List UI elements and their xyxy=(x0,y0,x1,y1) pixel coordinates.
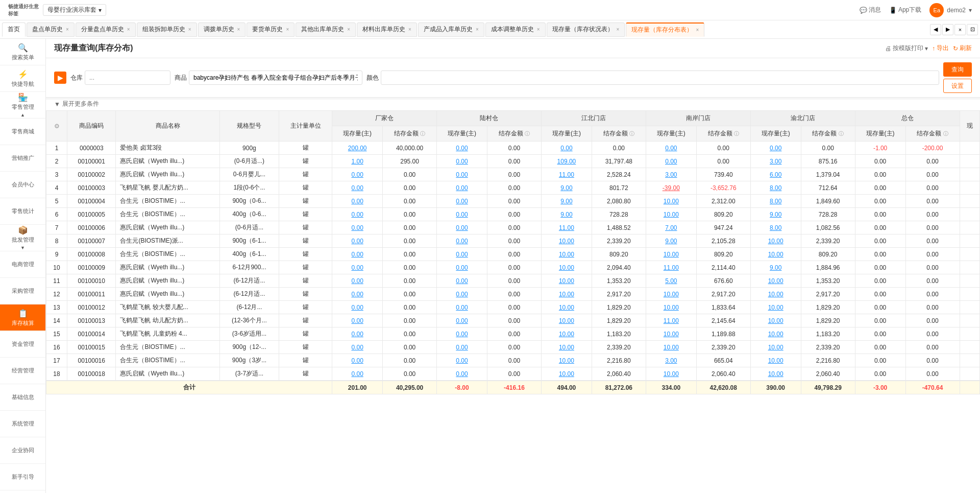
sidebar-item-retail[interactable]: 🏪 零售管理 ▲ xyxy=(0,92,45,119)
tab-home[interactable]: 首页 xyxy=(2,22,26,37)
warehouse-input[interactable] xyxy=(85,71,170,85)
th-spec: 规格型号 xyxy=(219,111,279,142)
th-yb-qty: 现存量(主) xyxy=(750,126,801,142)
sidebar-item-apps[interactable]: 应用中心 xyxy=(0,490,45,493)
sidebar-item-purchase[interactable]: 采购管理 xyxy=(0,278,45,304)
print-button[interactable]: 🖨 按模版打印 ▾ xyxy=(885,44,928,53)
tab-clck[interactable]: 材料出库单历史 × xyxy=(357,22,417,37)
close-icon[interactable]: × xyxy=(617,27,620,32)
tab-pddl[interactable]: 盘点单历史 × xyxy=(27,22,75,37)
table-row: 5 00100004 合生元（BIOSTIME）... 900g（0-6... … xyxy=(46,195,980,208)
info-icon: ⓘ xyxy=(734,131,739,136)
tab-qtck[interactable]: 其他出库单历史 × xyxy=(296,22,356,37)
summary-row: 合计 201.00 40,295.00 -8.00 -416.16 494.00… xyxy=(46,381,980,394)
table-row: 3 00100002 惠氏启赋（Wyeth illu...) 0-6月婴儿...… xyxy=(46,168,980,181)
close-icon[interactable]: × xyxy=(286,27,289,32)
sidebar-item-guide[interactable]: 新手引导 xyxy=(0,464,45,490)
th-gear[interactable]: ⚙ xyxy=(46,111,67,142)
color-input[interactable] xyxy=(381,71,939,85)
message-btn[interactable]: 💬 消息 xyxy=(860,6,881,14)
close-icon[interactable]: × xyxy=(237,27,240,32)
th-cj-amt: 结存金额 ⓘ xyxy=(383,126,437,142)
table-row: 2 00100001 惠氏启赋（Wyeth illu...) (0-6月适...… xyxy=(46,155,980,168)
chevron-down-icon: ▾ xyxy=(925,45,928,52)
tab-dbd[interactable]: 调拨单历史 × xyxy=(198,22,246,37)
close-icon[interactable]: × xyxy=(127,27,130,32)
retail-icon: 🏪 xyxy=(18,92,28,102)
top-bar-right: 💬 消息 📱 App下载 Ea demo2 ▾ xyxy=(860,3,972,17)
th-total-qty: 现存量(主) xyxy=(855,126,905,142)
sidebar-item-inventory[interactable]: 📋 库存核算 xyxy=(0,304,45,331)
company-selector[interactable]: 母婴行业演示库套 ▾ xyxy=(43,4,106,16)
sidebar-item-basic[interactable]: 基础信息 xyxy=(0,384,45,411)
tab-expand[interactable]: ⊡ xyxy=(967,24,978,35)
close-icon[interactable]: × xyxy=(476,27,479,32)
sidebar-item-member[interactable]: 会员中心 xyxy=(0,172,45,198)
tab-yhd[interactable]: 要货单历史 × xyxy=(247,22,295,37)
export-button[interactable]: ↑ 导出 xyxy=(932,44,949,53)
goods-input[interactable] xyxy=(189,71,362,85)
message-icon: 💬 xyxy=(860,7,867,14)
gear-icon[interactable]: ⚙ xyxy=(54,123,60,130)
tab-cbtz[interactable]: 成本调整单历史 × xyxy=(485,22,546,37)
table-row: 14 00100013 飞鹤星飞帆 幼儿配方奶... (12-36个月... 罐… xyxy=(46,314,980,327)
user-menu[interactable]: Ea demo2 ▾ xyxy=(929,3,972,17)
th-na-qty: 现存量(主) xyxy=(646,126,696,142)
table-row: 18 00100018 惠氏启赋（Wyeth illu...) (3-7岁适..… xyxy=(46,367,980,381)
tab-zzcc[interactable]: 组装拆卸单历史 × xyxy=(137,22,197,37)
sidebar-item-marketing[interactable]: 营销推广 xyxy=(0,145,45,172)
inventory-icon: 📋 xyxy=(18,309,28,318)
th-yubei: 渝北门店 xyxy=(750,111,855,126)
expand-button[interactable]: ▶ xyxy=(54,72,66,84)
tab-ccrk[interactable]: 产成品入库单历史 × xyxy=(418,22,484,37)
search-actions: 查询 设置 xyxy=(943,62,972,93)
table-row: 17 00100016 合生元（BIOSTIME）... 900g（3岁... … xyxy=(46,354,980,367)
tab-scroll-right[interactable]: ▶ xyxy=(942,24,953,35)
refresh-button[interactable]: ↻ 刷新 xyxy=(953,44,972,53)
sidebar-item-collab[interactable]: 企业协同 xyxy=(0,437,45,464)
th-lc-amt: 结存金额 ⓘ xyxy=(487,126,541,142)
th-nanan: 南岸门店 xyxy=(646,111,750,126)
close-icon[interactable]: × xyxy=(188,27,191,32)
sidebar-item-search[interactable]: 🔍 搜索英单 xyxy=(0,39,45,65)
search-row: ▶ 仓库 商品 颜色 查询 设置 xyxy=(54,62,972,93)
sidebar-item-system[interactable]: 系统管理 xyxy=(0,411,45,437)
expand-conditions[interactable]: ▼ 展开更多条件 xyxy=(46,100,980,110)
sidebar-item-retail-stats[interactable]: 零售统计 xyxy=(0,198,45,225)
th-total: 总仓 xyxy=(855,111,960,126)
query-button[interactable]: 查询 xyxy=(943,62,972,77)
sidebar-item-nav[interactable]: ⚡ 快捷导航 xyxy=(0,65,45,92)
th-na-amt: 结存金额 ⓘ xyxy=(696,126,750,142)
sidebar-item-finance[interactable]: 资金管理 xyxy=(0,331,45,358)
sidebar-item-wholesale[interactable]: 📦 批发管理 ▼ xyxy=(0,225,45,251)
close-icon[interactable]: × xyxy=(347,27,350,32)
sidebar: 🔍 搜索英单 ⚡ 快捷导航 🏪 零售管理 ▲ 零售商城 营销推广 会员中心 零售… xyxy=(0,39,46,493)
th-jb-qty: 现存量(主) xyxy=(542,126,592,142)
sidebar-item-ecom[interactable]: 电商管理 xyxy=(0,251,45,278)
tab-scroll-left[interactable]: ◀ xyxy=(930,24,941,35)
sidebar-item-ops[interactable]: 经营管理 xyxy=(0,358,45,384)
tab-kczt[interactable]: 现存量（库存状况表）× xyxy=(547,22,625,37)
settings-button[interactable]: 设置 xyxy=(943,79,972,93)
tab-fldl[interactable]: 分量盘点单历史 × xyxy=(76,22,136,37)
chevron-down-icon: ▼ xyxy=(20,245,25,250)
color-field: 颜色 xyxy=(366,71,939,85)
search-icon: 🔍 xyxy=(18,43,28,53)
table-row: 16 00100015 合生元（BIOSTIME）... 900g（12-...… xyxy=(46,341,980,354)
close-icon[interactable]: × xyxy=(537,27,540,32)
chevron-down-icon: ▼ xyxy=(54,101,60,108)
tab-kcfb[interactable]: 现存量（库存分布表）× xyxy=(626,22,704,37)
chevron-down-icon: ▾ xyxy=(969,7,972,14)
top-bar: 畅捷通好生意 标签 母婴行业演示库套 ▾ 💬 消息 📱 App下载 Ea dem… xyxy=(0,0,980,20)
nav-tabs: 首页 盘点单历史 × 分量盘点单历史 × 组装拆卸单历史 × 调拨单历史 × 要… xyxy=(0,20,980,39)
page-header: 现存量查询(库存分布) 🖨 按模版打印 ▾ ↑ 导出 ↻ 刷新 xyxy=(46,39,980,58)
chevron-up-icon: ▲ xyxy=(20,112,25,118)
app-download-btn[interactable]: 📱 App下载 xyxy=(889,6,921,14)
close-icon[interactable]: × xyxy=(66,27,69,32)
close-icon[interactable]: × xyxy=(696,27,699,33)
nav-icon: ⚡ xyxy=(18,69,28,79)
sidebar-item-shop[interactable]: 零售商城 xyxy=(0,119,45,145)
tab-close-all[interactable]: × xyxy=(954,24,966,35)
page-actions: 🖨 按模版打印 ▾ ↑ 导出 ↻ 刷新 xyxy=(885,44,972,53)
close-icon[interactable]: × xyxy=(408,27,411,32)
